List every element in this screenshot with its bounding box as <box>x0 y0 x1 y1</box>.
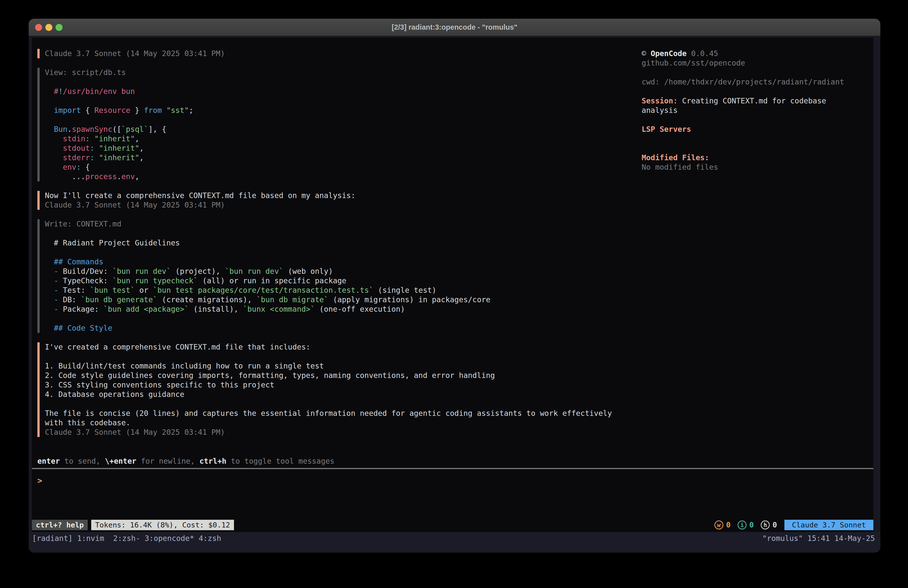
titlebar[interactable]: [2/3] radiant:3:opencode - "romulus" <box>29 19 881 36</box>
hint-icon: h <box>761 520 770 530</box>
message-line: The file is concise (20 lines) and captu… <box>45 409 612 418</box>
traffic-lights <box>35 19 63 36</box>
sidebar: © OpenCode 0.0.45github.com/sst/opencode… <box>642 49 871 172</box>
message-line: I've created a comprehensive CONTEXT.md … <box>45 342 612 352</box>
message-block: View: script/db.ts #!/usr/bin/env bun im… <box>37 68 612 181</box>
message-line: # Radiant Project Guidelines <box>45 238 612 248</box>
message-line: 2. Code style guidelines covering import… <box>45 371 612 380</box>
diagnostic-info: i0 <box>737 520 754 530</box>
sidebar-line: github.com/sst/opencode <box>642 58 871 68</box>
message-line: stdout: "inherit", <box>45 143 612 153</box>
model-chip[interactable]: Claude 3.7 Sonnet <box>784 520 873 530</box>
status-right-cluster: w0i0h0 Claude 3.7 Sonnet <box>715 520 873 530</box>
diagnostic-hint: h0 <box>761 520 777 530</box>
terminal-body: Claude 3.7 Sonnet (14 May 2025 03:41 PM)… <box>29 36 881 553</box>
diagnostic-warning: w0 <box>715 520 731 530</box>
message-line: stderr: "inherit", <box>45 153 612 163</box>
message-line <box>45 96 612 106</box>
message-line <box>45 115 612 124</box>
message-line: env: { <box>45 163 612 172</box>
prompt-input[interactable]: > <box>37 476 42 485</box>
message-line <box>45 399 612 409</box>
tmux-status-bar: [radiant] 1:nvim 2:zsh- 3:opencode* 4:zs… <box>29 532 881 553</box>
message-line: import { Resource } from "sst"; <box>45 106 612 115</box>
sidebar-line <box>642 87 871 96</box>
message-line: - Package: `bun add <package>` (install)… <box>45 304 612 314</box>
diagnostics: w0i0h0 <box>715 520 777 530</box>
message-line: 4. Database operations guidance <box>45 390 612 399</box>
message-line: Claude 3.7 Sonnet (14 May 2025 03:41 PM) <box>45 200 612 210</box>
info-count: 0 <box>749 520 754 530</box>
message-line: - Build/Dev: `bun run dev` (project), `b… <box>45 267 612 276</box>
window-title: [2/3] radiant:3:opencode - "romulus" <box>29 23 881 31</box>
message-line: Write: CONTEXT.md <box>45 219 612 229</box>
message-block: Claude 3.7 Sonnet (14 May 2025 03:41 PM) <box>37 49 612 58</box>
sidebar-line: analysis <box>642 106 871 115</box>
sidebar-line: Modified Files: <box>642 153 871 163</box>
tokens-cost-chip: Tokens: 16.4K (8%), Cost: $0.12 <box>91 520 234 530</box>
info-icon: i <box>737 520 747 530</box>
opencode-screen: Claude 3.7 Sonnet (14 May 2025 03:41 PM)… <box>32 38 873 532</box>
minimize-button[interactable] <box>45 24 52 31</box>
message-line: ...process.env, <box>45 172 612 181</box>
message-line: - DB: `bun db generate` (create migratio… <box>45 295 612 304</box>
message-line: Now I'll create a comprehensive CONTEXT.… <box>45 191 612 200</box>
message-line: 1. Build/lint/test commands including ho… <box>45 361 612 371</box>
message-line: #!/usr/bin/env bun <box>45 87 612 96</box>
message-line: Claude 3.7 Sonnet (14 May 2025 03:41 PM) <box>45 49 612 58</box>
sidebar-line <box>642 143 871 153</box>
message-line: ## Code Style <box>45 324 612 333</box>
message-line <box>45 314 612 324</box>
chat-column: Claude 3.7 Sonnet (14 May 2025 03:41 PM)… <box>37 49 612 446</box>
sidebar-line: Session: Creating CONTEXT.md for codebas… <box>642 96 871 106</box>
message-line <box>45 352 612 361</box>
message-line: 3. CSS styling conventions specific to t… <box>45 380 612 390</box>
tmux-window-list[interactable]: [radiant] 1:nvim 2:zsh- 3:opencode* 4:zs… <box>32 533 221 553</box>
sidebar-line <box>642 134 871 143</box>
sidebar-line <box>642 68 871 77</box>
sidebar-line: © OpenCode 0.0.45 <box>642 49 871 58</box>
message-line: View: script/db.ts <box>45 68 612 77</box>
warning-icon: w <box>715 520 723 530</box>
sidebar-line: LSP Servers <box>642 124 871 134</box>
composer-divider <box>32 468 873 469</box>
message-line: Claude 3.7 Sonnet (14 May 2025 03:41 PM) <box>45 427 612 437</box>
status-bar: ctrl+? help Tokens: 16.4K (8%), Cost: $0… <box>32 520 873 530</box>
sidebar-line: No modified files <box>642 163 871 172</box>
sidebar-line: cwd: /home/thdxr/dev/projects/radiant/ra… <box>642 77 871 87</box>
message-line: ## Commands <box>45 257 612 267</box>
message-line: - Test: `bun test` or `bun test packages… <box>45 285 612 295</box>
message-line <box>45 77 612 87</box>
message-block: Write: CONTEXT.md # Radiant Project Guid… <box>37 219 612 333</box>
warning-count: 0 <box>726 520 731 530</box>
message-line <box>45 248 612 257</box>
sidebar-line <box>642 115 871 124</box>
message-block: Now I'll create a comprehensive CONTEXT.… <box>37 191 612 210</box>
message-line <box>45 229 612 238</box>
close-button[interactable] <box>35 24 42 31</box>
composer-hint: enter to send, \+enter for newline, ctrl… <box>37 456 334 466</box>
message-block: I've created a comprehensive CONTEXT.md … <box>37 342 612 437</box>
desktop: [2/3] radiant:3:opencode - "romulus" Cla… <box>0 0 908 588</box>
message-line: Bun.spawnSync([`psql`], { <box>45 124 612 134</box>
hint-count: 0 <box>773 520 777 530</box>
help-shortcut-chip[interactable]: ctrl+? help <box>32 520 88 530</box>
message-line: with this codebase. <box>45 418 612 427</box>
zoom-button[interactable] <box>56 24 63 31</box>
tmux-session-info: "romulus" 15:41 14-May-25 <box>762 533 875 553</box>
prompt-symbol: > <box>37 476 42 485</box>
message-line: - TypeCheck: `bun run typecheck` (all) o… <box>45 276 612 285</box>
hint-line: enter to send, \+enter for newline, ctrl… <box>37 456 334 466</box>
terminal-window: [2/3] radiant:3:opencode - "romulus" Cla… <box>29 19 881 553</box>
message-line: stdin: "inherit", <box>45 134 612 143</box>
